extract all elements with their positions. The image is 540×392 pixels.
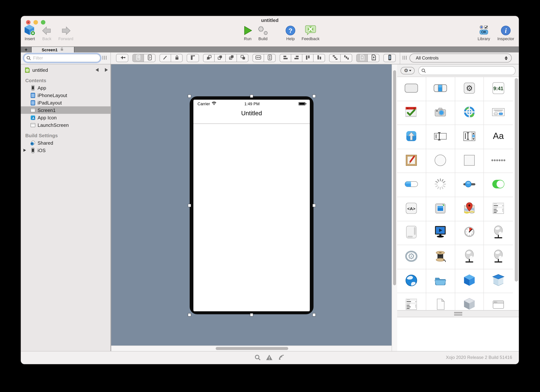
canvas-vertical-scrollbar[interactable] <box>392 64 397 351</box>
library-search-input[interactable] <box>428 66 514 75</box>
code-view-button[interactable] <box>144 54 155 62</box>
feedback-button[interactable]: Feedback <box>296 23 325 41</box>
order-back-button[interactable] <box>237 54 248 62</box>
panel-splitter[interactable] <box>397 310 519 317</box>
search-errors-icon[interactable] <box>255 354 261 362</box>
library-item-globe-crosshair[interactable] <box>455 101 484 125</box>
space-vertical-button[interactable] <box>341 54 352 62</box>
selection-handle[interactable] <box>188 95 191 97</box>
library-item-blue-globe[interactable] <box>397 269 426 293</box>
library-item-share-arrow[interactable] <box>397 125 426 149</box>
library-item-thread-spool[interactable] <box>426 245 455 269</box>
selection-handle[interactable] <box>250 313 253 316</box>
sidebar-item-ios[interactable]: iOS <box>21 146 110 154</box>
sidebar-item-app[interactable]: App <box>21 84 110 91</box>
library-category-popup[interactable]: All Controls <box>410 54 512 62</box>
selection-handle[interactable] <box>250 95 253 97</box>
vscroll-thumb[interactable] <box>393 70 396 285</box>
library-item-slider[interactable] <box>455 173 484 197</box>
align-bottom-button[interactable] <box>314 54 325 62</box>
library-item-timer[interactable] <box>455 221 484 245</box>
panel-grip-icon[interactable]: ||| <box>102 55 107 60</box>
forward-button[interactable]: Forward <box>52 23 80 41</box>
sidebar-item-screen1[interactable]: Screen1 <box>21 106 110 114</box>
portrait-button[interactable] <box>357 54 368 62</box>
library-item-network-globe[interactable] <box>484 221 513 245</box>
filter-input[interactable] <box>24 54 100 62</box>
library-item-label-Aa[interactable]: Aa <box>484 125 513 149</box>
align-top-button[interactable] <box>302 54 314 62</box>
library-item-rounded-button[interactable] <box>397 77 426 101</box>
library-item-gray-cube[interactable] <box>455 293 484 310</box>
align-right-button[interactable] <box>291 54 302 62</box>
library-item-window-frame[interactable]: ×□− <box>484 293 513 310</box>
space-horizontal-button[interactable] <box>330 54 341 62</box>
edit-mode-button[interactable] <box>160 54 171 62</box>
add-tab-button[interactable]: + <box>21 47 32 52</box>
order-backward-button[interactable] <box>226 54 237 62</box>
library-item-progress-bar[interactable] <box>397 173 426 197</box>
sidebar-item-ipadlayout[interactable]: iPadLayout <box>21 99 110 106</box>
library-item-toggle-switch[interactable] <box>484 173 513 197</box>
layout-view-button[interactable] <box>133 54 144 62</box>
nav-forward-icon[interactable] <box>105 68 108 72</box>
sidebar-item-iphonelayout[interactable]: iPhoneLayout <box>21 91 110 99</box>
library-item-folder[interactable] <box>426 269 455 293</box>
selection-handle[interactable] <box>188 313 191 316</box>
library-item-image-viewer[interactable] <box>426 197 455 221</box>
fit-width-button[interactable] <box>253 54 264 62</box>
tab-screen1[interactable]: Screen1 <box>32 47 74 52</box>
selection-handle[interactable] <box>313 313 315 316</box>
fit-height-button[interactable] <box>264 54 275 62</box>
library-item-movie-player[interactable] <box>426 221 455 245</box>
library-item-clock-941[interactable]: 9:41 <box>484 77 513 101</box>
feed-icon[interactable] <box>279 354 285 362</box>
disclosure-icon[interactable] <box>23 149 26 152</box>
selection-handle[interactable] <box>313 204 315 207</box>
library-item-paint-canvas[interactable] <box>397 149 426 173</box>
library-item-oval[interactable] <box>426 149 455 173</box>
library-item-map-pin[interactable] <box>455 197 484 221</box>
library-item-glass-cube[interactable] <box>484 269 513 293</box>
landscape-button[interactable] <box>368 54 379 62</box>
library-item-activity-spinner[interactable] <box>426 173 455 197</box>
library-item-message-dialog[interactable] <box>484 101 513 125</box>
library-item-network-globe[interactable] <box>484 245 513 269</box>
sidebar-item-shared[interactable]: Shared <box>21 139 110 146</box>
align-left-button[interactable] <box>280 54 291 62</box>
inspector-button[interactable]: iInspector <box>492 23 519 41</box>
order-forward-button[interactable] <box>215 54 226 62</box>
library-item-blue-segment-bar[interactable] <box>426 77 455 101</box>
library-grip-icon[interactable]: ||| <box>402 55 407 60</box>
library-item-document[interactable] <box>426 293 455 310</box>
sidebar-item-app-icon[interactable]: AApp Icon <box>21 114 110 121</box>
lock-button[interactable] <box>171 54 182 62</box>
iphone-screen-mockup[interactable]: Carrier 1:49 PM Untitled <box>190 96 314 314</box>
library-item-gear-box[interactable]: ⚙ <box>455 77 484 101</box>
canvas-horizontal-scrollbar[interactable] <box>111 346 392 351</box>
hscroll-thumb[interactable] <box>216 347 288 350</box>
navigator-project-row[interactable]: untitled <box>21 66 110 74</box>
library-item-camera[interactable] <box>426 101 455 125</box>
build-button[interactable]: ⚙⚙Build <box>249 23 277 41</box>
library-item-gear-ring[interactable]: ⚙ <box>397 245 426 269</box>
library-item-html-viewer[interactable]: <A> <box>397 197 426 221</box>
library-item-scroll-view[interactable] <box>397 221 426 245</box>
library-item-blue-cube[interactable] <box>455 269 484 293</box>
phone-screen[interactable]: Carrier 1:49 PM Untitled <box>193 100 310 311</box>
library-item-calendar-check[interactable] <box>397 101 426 125</box>
selection-handle[interactable] <box>188 204 191 207</box>
library-settings-button[interactable]: ⚙ <box>400 67 415 74</box>
selection-handle[interactable] <box>313 95 315 97</box>
library-scrollbar-thumb[interactable] <box>515 78 518 281</box>
warnings-icon[interactable] <box>266 354 273 362</box>
library-item-dots-separator[interactable] <box>484 149 513 173</box>
library-item-network-globe[interactable] <box>455 245 484 269</box>
library-item-text-area[interactable] <box>455 125 484 149</box>
device-button[interactable] <box>383 54 396 62</box>
sidebar-item-launchscreen[interactable]: LaunchScreen <box>21 121 110 129</box>
order-front-button[interactable] <box>203 54 215 62</box>
library-item-rectangle[interactable] <box>455 149 484 173</box>
library-item-item-list[interactable] <box>484 197 513 221</box>
library-item-item-list[interactable] <box>397 293 426 310</box>
